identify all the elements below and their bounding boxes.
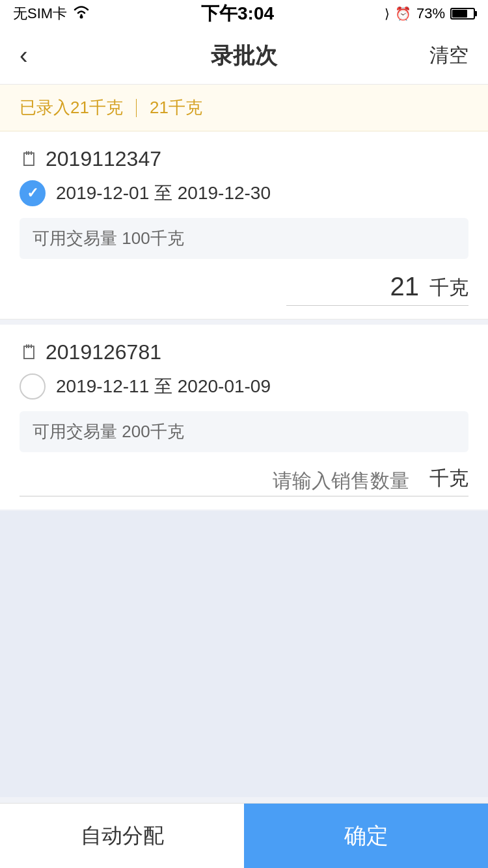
card2-header: 🗒 2019126781 (20, 340, 468, 364)
amount-unit-1: 千克 (429, 275, 468, 301)
auto-distribute-button[interactable]: 自动分配 (0, 804, 244, 868)
carrier-text: 无SIM卡 (13, 4, 67, 23)
location-icon: ⟩ (385, 6, 390, 21)
battery-percent: 73% (416, 5, 445, 22)
back-button[interactable]: ‹ (20, 42, 59, 70)
available-1: 可用交易量 100千克 (20, 218, 468, 259)
svg-point-0 (80, 16, 83, 19)
batch-number-2: 2019126781 (46, 340, 161, 364)
banner-divider (136, 99, 137, 117)
confirm-button[interactable]: 确定 (244, 804, 488, 868)
status-left: 无SIM卡 (13, 4, 90, 23)
input-unit-2: 千克 (429, 465, 468, 492)
batch-number-1: 2019112347 (46, 147, 161, 171)
page-title: 录批次 (211, 41, 277, 71)
card1-inner: 🗒 2019112347 2019-12-01 至 2019-12-30 可用交… (0, 131, 488, 259)
doc-icon-2: 🗒 (20, 342, 39, 364)
radio-1[interactable] (20, 180, 46, 206)
amount-row-1: 21 千克 (0, 259, 488, 319)
radio-2[interactable] (20, 373, 46, 400)
amount-value-1: 21 (390, 272, 420, 301)
time-display: 下午3:04 (201, 1, 274, 26)
doc-icon-1: 🗒 (20, 148, 39, 170)
clear-button[interactable]: 清空 (429, 42, 468, 69)
input-row-2[interactable]: 千克 (0, 452, 488, 509)
info-banner: 已录入21千克 21千克 (0, 85, 488, 131)
page-content: 已录入21千克 21千克 🗒 2019112347 2019-12-01 至 2… (0, 85, 488, 862)
nav-bar: ‹ 录批次 清空 (0, 27, 488, 85)
empty-area (0, 511, 488, 797)
status-bar: 无SIM卡 下午3:04 ⟩ ⏰ 73% (0, 0, 488, 27)
card1-header: 🗒 2019112347 (20, 147, 468, 171)
quantity-input-2[interactable] (20, 470, 419, 492)
battery-fill (452, 10, 467, 18)
available-2: 可用交易量 200千克 (20, 411, 468, 452)
alarm-icon: ⏰ (395, 6, 411, 21)
wifi-icon (72, 5, 90, 23)
batch-card-2: 🗒 2019126781 2019-12-11 至 2020-01-09 可用交… (0, 325, 488, 509)
date-range-1: 2019-12-01 至 2019-12-30 (56, 181, 271, 206)
date-range-2: 2019-12-11 至 2020-01-09 (56, 374, 271, 399)
bottom-bar: 自动分配 确定 (0, 803, 488, 868)
batch-card-1: 🗒 2019112347 2019-12-01 至 2019-12-30 可用交… (0, 131, 488, 319)
battery-bar (450, 8, 475, 20)
card2-date-row[interactable]: 2019-12-11 至 2020-01-09 (20, 373, 468, 400)
status-right: ⟩ ⏰ 73% (385, 5, 475, 22)
card2-inner: 🗒 2019126781 2019-12-11 至 2020-01-09 可用交… (0, 325, 488, 452)
total-amount: 21千克 (150, 96, 202, 119)
card1-date-row[interactable]: 2019-12-01 至 2019-12-30 (20, 180, 468, 206)
recorded-amount: 已录入21千克 (20, 96, 123, 119)
